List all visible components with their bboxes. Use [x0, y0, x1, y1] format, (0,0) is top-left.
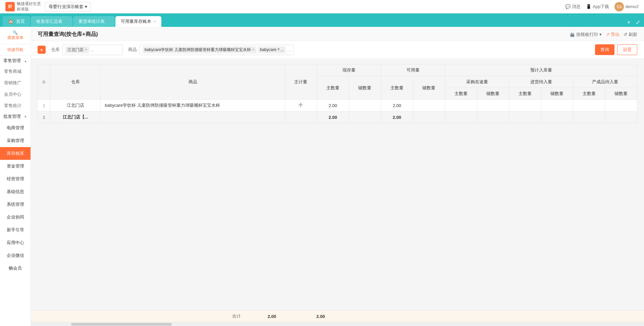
content: 可用量查询(按仓库+商品) 🖨️ 按模板打印 ▾ ↗ 导出 ↺ 刷新 [31, 27, 644, 326]
org-selector[interactable]: 母婴行业演示账套 ▾ [45, 2, 91, 11]
user-profile[interactable]: Ea demo2 [614, 2, 639, 11]
table-scroll[interactable]: ⚙ 仓库 商品 主计量 现存量 可用量 预计入库量 主数量 辅数量 [31, 59, 644, 310]
product-tag1-close[interactable]: × [252, 47, 255, 52]
product-tag-1: babycare学饮杯 儿童防摔防撞吸管杯重力球吸嘴杯宝宝水杯 × [143, 46, 257, 53]
refresh-button[interactable]: ↺ 刷新 [624, 32, 637, 38]
tab-home[interactable]: 🏠 首页 [3, 16, 30, 27]
sidebar-item-wholesale[interactable]: 批发管理 ▼ [0, 111, 31, 122]
th-product-pending: 产成品待入量 [573, 76, 637, 88]
th-current-stock: 现存量 [317, 64, 381, 76]
sidebar-item-purchase[interactable]: 采购管理 [0, 134, 31, 147]
chevron-down-icon: ▼ [24, 115, 27, 119]
row-current-main: 2.00 [317, 111, 349, 123]
row-current-main: 2.00 [317, 100, 349, 111]
th-available: 可用量 [381, 64, 445, 76]
row-warehouse: 江北门店 [50, 100, 101, 111]
sidebar-item-guide[interactable]: 新手引导 [0, 224, 31, 236]
export-button[interactable]: ↗ 导出 [606, 32, 620, 38]
warehouse-more-button[interactable]: ... [91, 47, 94, 52]
query-button[interactable]: 查询 [595, 44, 614, 55]
sidebar-item-member[interactable]: 会员中心 [0, 89, 31, 100]
row-available-aux [413, 100, 445, 111]
row-purchase-main [445, 111, 477, 123]
row-product-main [573, 100, 605, 111]
th-purchase-transit: 采购在途量 [445, 76, 509, 88]
sidebar-item-vip[interactable]: 畅会员 [0, 262, 31, 275]
row-product: babycare学饮杯 儿童防摔防撞吸管杯重力球吸嘴杯宝宝水杯 [101, 100, 285, 111]
row-product-aux [605, 111, 637, 123]
chevron-down-icon: ▾ [85, 4, 87, 9]
product-more-button[interactable]: ... [287, 47, 291, 52]
close-tab-available-stock[interactable]: × [154, 20, 156, 24]
page-actions: 🖨️ 按模板打印 ▾ ↗ 导出 ↺ 刷新 [570, 32, 637, 38]
sidebar-item-operations[interactable]: 经营管理 [0, 173, 31, 185]
row-current-aux [349, 111, 381, 123]
th-warehouse: 仓库 [50, 64, 101, 100]
sidebar-item-wechat[interactable]: 企业微信 [0, 249, 31, 262]
sidebar-item-retail[interactable]: 零售管理 ▲ [0, 56, 31, 66]
table-row: 1 江北门店 babycare学饮杯 儿童防摔防撞吸管杯重力球吸嘴杯宝宝水杯 个… [38, 100, 637, 111]
printer-icon: 🖨️ [570, 32, 575, 37]
table-footer: 合计 2.00 2.00 [31, 310, 644, 322]
bottom-scrollbar[interactable] [31, 322, 644, 326]
scroll-thumb[interactable] [71, 323, 172, 326]
sidebar-item-enterprise[interactable]: 企业协同 [0, 211, 31, 224]
expand-filter-button[interactable]: » [38, 46, 46, 54]
nav-tabs: 🏠 首页 收发存汇总表 × 要货单统计表 × 可用量库存账本 × × ⤢ [0, 13, 644, 27]
close-all-tabs-button[interactable]: × [626, 18, 632, 27]
page-title: 可用量查询(按仓库+商品) [38, 31, 98, 38]
th-unit: 主计量 [285, 64, 317, 100]
warehouse-tag-close[interactable]: × [85, 47, 87, 52]
th-planned-inbound: 预计入库量 [445, 64, 637, 76]
chevron-down-icon: ▾ [599, 32, 602, 37]
search-icon: 🔍 [13, 30, 18, 35]
filter-actions: 查询 设置 [595, 44, 637, 55]
tab-available-stock[interactable]: 可用量库存账本 × [115, 16, 161, 27]
template-print-button[interactable]: 🖨️ 按模板打印 ▾ [570, 32, 602, 38]
sidebar-quick-nav[interactable]: 快捷导航 [0, 44, 31, 56]
row-inbound-main [509, 100, 541, 111]
row-purchase-aux [477, 100, 509, 111]
footer-current-total: 2.00 [268, 314, 276, 319]
gear-icon[interactable]: ⚙ [42, 80, 46, 85]
sidebar-item-ecommerce[interactable]: 电商管理 [0, 122, 31, 134]
sidebar-item-marketing[interactable]: 营销推广 [0, 77, 31, 89]
warehouse-input[interactable]: 江北门店 × ... [62, 45, 123, 55]
nav-tab-actions: × ⤢ [626, 18, 641, 27]
th-current-main: 主数量 [317, 76, 349, 100]
sidebar-item-finance[interactable]: 资金管理 [0, 160, 31, 173]
table-area: ⚙ 仓库 商品 主计量 现存量 可用量 预计入库量 主数量 辅数量 [31, 59, 644, 123]
row-purchase-main [445, 100, 477, 111]
sidebar-item-app-center[interactable]: 应用中心 [0, 236, 31, 249]
sidebar-item-retail-mall[interactable]: 零售商城 [0, 66, 31, 77]
settings-button[interactable]: 设置 [617, 44, 637, 55]
main-layout: 🔍 搜索菜单 快捷导航 零售管理 ▲ 零售商城 营销推广 会员中心 零售统计 批… [0, 27, 644, 326]
logo-text: 畅捷通好生意 标准版 [17, 1, 41, 12]
sidebar-item-retail-stat[interactable]: 零售统计 [0, 100, 31, 111]
close-tab-order-stat[interactable]: × [107, 20, 109, 24]
row-product-main [573, 111, 605, 123]
row-warehouse: 江北门店【... [50, 111, 101, 123]
expand-window-button[interactable]: ⤢ [634, 18, 641, 27]
logo-icon: 好 [5, 2, 15, 11]
sidebar-item-base[interactable]: 基础信息 [0, 185, 31, 198]
row-purchase-aux [477, 111, 509, 123]
home-icon: 🏠 [8, 19, 13, 24]
sidebar-search[interactable]: 🔍 搜索菜单 [0, 27, 31, 44]
product-input[interactable]: babycare学饮杯 儿童防摔防撞吸管杯重力球吸嘴杯宝宝水杯 × babyca… [140, 45, 294, 55]
tab-receive-pay[interactable]: 收发存汇总表 × [31, 16, 72, 27]
app-download-button[interactable]: 📱 App下载 [586, 4, 609, 10]
th-inbound-pending: 进货待入量 [509, 76, 573, 88]
filter-bar: » 仓库 江北门店 × ... 商品 babycare学饮杯 儿童防摔防撞吸管杯… [31, 41, 644, 59]
sidebar-item-system[interactable]: 系统管理 [0, 198, 31, 211]
tab-order-stat[interactable]: 要货单统计表 × [73, 16, 115, 27]
close-tab-receive-pay[interactable]: × [65, 20, 67, 24]
th-current-aux: 辅数量 [349, 76, 381, 100]
row-inbound-aux [541, 100, 573, 111]
top-bar: 好 畅捷通好生意 标准版 母婴行业演示账套 ▾ 💬 消息 📱 App下载 Ea … [0, 0, 644, 13]
message-button[interactable]: 💬 消息 [565, 4, 581, 10]
top-bar-left: 好 畅捷通好生意 标准版 母婴行业演示账套 ▾ [5, 1, 91, 12]
logo-area: 好 畅捷通好生意 标准版 [5, 1, 41, 12]
sidebar-item-inventory[interactable]: 库存核算 [0, 147, 31, 160]
row-available-main: 2.00 [381, 111, 413, 123]
